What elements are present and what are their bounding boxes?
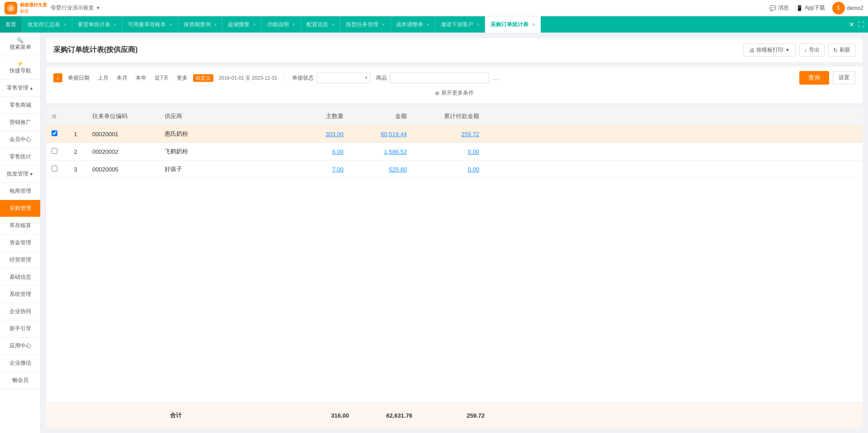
tab-pick-task[interactable]: 拣货任务管理 × — [340, 16, 391, 33]
filter-toggle-btn[interactable]: › — [53, 73, 62, 82]
row2-amount[interactable]: 1,586.52 — [349, 143, 412, 161]
sidebar-item-enterprise[interactable]: 企业协同 — [0, 303, 40, 320]
tab-func[interactable]: 功能说明 × — [262, 16, 301, 33]
table-row[interactable]: 2 00020002 飞鹤奶粉 6.00 1,586.52 0.00 — [46, 143, 863, 161]
sidebar-item-basic[interactable]: 基础信息 — [0, 269, 40, 286]
breadcrumb[interactable]: 母婴行业演示账套 ▼ — [51, 4, 100, 12]
sidebar-item-system[interactable]: 系统管理 — [0, 286, 40, 303]
tab-home[interactable]: 首页 — [0, 16, 22, 33]
settings-col-icon[interactable]: ⚙ — [52, 113, 57, 120]
tab-cost-adj-close[interactable]: × — [427, 22, 429, 27]
tab-expand-icon[interactable]: ⛶ — [858, 21, 864, 28]
sidebar-finance-label: 资金管理 — [0, 239, 40, 247]
query-button[interactable]: 查询 — [799, 71, 829, 85]
sidebar-item-ecommerce[interactable]: 电商管理 — [0, 183, 40, 200]
tab-expiry-close[interactable]: × — [214, 22, 217, 27]
table-row[interactable]: 3 00020005 好孩子 7.00 525.80 0.00 — [46, 161, 863, 178]
row3-amount[interactable]: 525.80 — [349, 161, 412, 178]
row3-qty[interactable]: 7.00 — [295, 161, 349, 178]
settings-button[interactable]: 设置 — [833, 71, 855, 84]
shortcut-icon: ⚡ — [0, 61, 40, 67]
goods-input[interactable] — [390, 72, 489, 83]
tab-overstock[interactable]: 超储预警 × — [222, 16, 262, 33]
sidebar-item-retail-stat[interactable]: 零售统计 — [0, 148, 40, 166]
date-btn-this-month[interactable]: 本月 — [114, 73, 130, 83]
date-btn-7days[interactable]: 近7天 — [152, 73, 171, 83]
sidebar-item-operation[interactable]: 经营管理 — [0, 252, 40, 269]
sidebar-item-retail[interactable]: 零售管理 ▲ — [0, 80, 40, 97]
th-supplier: 供应商 — [159, 108, 295, 125]
date-range: 2016-01-01 至 2023-12-31 — [219, 75, 278, 81]
row2-qty[interactable]: 6.00 — [295, 143, 349, 161]
sidebar-item-wholesale[interactable]: 批发管理 ▼ — [0, 166, 40, 183]
goods-more-icon[interactable]: … — [492, 74, 499, 82]
sidebar-item-corp-wechat[interactable]: 企业微信 — [0, 355, 40, 372]
tab-invite[interactable]: 邀请下游客户 × — [435, 16, 486, 33]
tab-pick-task-close[interactable]: × — [382, 22, 385, 27]
logo-text: 畅捷通好生意 标版 — [20, 2, 47, 14]
date-btn-more[interactable]: 更多 — [174, 73, 190, 83]
user-area[interactable]: E demo2 — [832, 2, 863, 14]
tab-invite-close[interactable]: × — [477, 22, 480, 27]
tab-config-close[interactable]: × — [332, 22, 335, 27]
tab-collection-label: 收发存汇总表 — [28, 21, 60, 29]
row2-check[interactable] — [46, 143, 64, 161]
tab-goods-stat-close[interactable]: × — [114, 22, 117, 27]
date-custom-tag[interactable]: 自定义 — [193, 74, 213, 82]
date-btn-this-year[interactable]: 本年 — [133, 73, 149, 83]
tab-overstock-close[interactable]: × — [253, 22, 256, 27]
table-area: ⚙ 往来单位编码 供应商 主数量 金额 累计付款金额 — [46, 108, 863, 428]
sidebar-item-retail-mall[interactable]: 零售商城 — [0, 97, 40, 114]
tab-expiry[interactable]: 保质期查询 × — [178, 16, 223, 33]
tab-goods-stat[interactable]: 要货单统计表 × — [72, 16, 123, 33]
message-btn[interactable]: 💬 消息 — [769, 4, 789, 12]
status-select[interactable] — [316, 72, 371, 83]
expand-more-btn[interactable]: ⊕ 展开更多条件 — [435, 89, 474, 97]
avatar: E — [832, 2, 845, 14]
table-row[interactable]: 1 00020001 惠氏奶粉 303.00 60,519.44 259.72 — [46, 125, 863, 143]
sidebar-item-marketing[interactable]: 营销推广 — [0, 114, 40, 131]
sidebar-item-newbie[interactable]: 新手引导 — [0, 320, 40, 338]
sidebar-item-search[interactable]: 🔍 搜索菜单 — [0, 33, 40, 56]
row3-check[interactable] — [46, 161, 64, 178]
page-title: 采购订单统计表(按供应商) — [53, 45, 138, 55]
tab-cost-adj[interactable]: 成本调整单 × — [391, 16, 435, 33]
sidebar-item-vip[interactable]: 畅会员 — [0, 372, 40, 389]
tab-purchase-stat[interactable]: 采购订单统计表 × — [485, 16, 541, 33]
row1-paid[interactable]: 259.72 — [412, 125, 485, 143]
row2-paid[interactable]: 0.00 — [412, 143, 485, 161]
refresh-button[interactable]: ↻ 刷新 — [828, 43, 855, 57]
sidebar-item-app-center[interactable]: 应用中心 — [0, 338, 40, 355]
page-header: 采购订单统计表(按供应商) 🖨 按模板打印 ▼ ↓ 导出 ↻ 刷新 — [46, 38, 863, 62]
app-download-btn[interactable]: 📱 App下载 — [796, 4, 825, 12]
row1-extra — [485, 125, 863, 143]
logo-area: 好 畅捷通好生意 标版 — [5, 2, 47, 14]
tab-config[interactable]: 配置信息 × — [301, 16, 340, 33]
tab-collection-close[interactable]: × — [64, 22, 66, 27]
row1-amount[interactable]: 60,519.44 — [349, 125, 412, 143]
row1-qty[interactable]: 303.00 — [295, 125, 349, 143]
row1-check[interactable] — [46, 125, 64, 143]
sidebar-wholesale-label: 批发管理 — [7, 170, 28, 178]
print-button[interactable]: 🖨 按模板打印 ▼ — [743, 43, 796, 57]
sidebar-item-finance[interactable]: 资金管理 — [0, 234, 40, 252]
tab-stock-book-label: 可用量库存账本 — [128, 21, 166, 29]
wholesale-arrow-icon: ▼ — [29, 172, 33, 176]
row2-code: 00020002 — [87, 143, 159, 161]
sidebar-item-shortcut[interactable]: ⚡ 快捷导航 — [0, 56, 40, 80]
date-separator: 至 — [245, 75, 252, 81]
tab-stock-book[interactable]: 可用量库存账本 × — [123, 16, 178, 33]
sidebar-item-inventory[interactable]: 库存核算 — [0, 217, 40, 234]
tab-func-close[interactable]: × — [292, 22, 295, 27]
sidebar-ecommerce-label: 电商管理 — [0, 187, 40, 195]
sidebar-item-member[interactable]: 会员中心 — [0, 131, 40, 148]
sidebar-corp-wechat-label: 企业微信 — [0, 359, 40, 367]
export-button[interactable]: ↓ 导出 — [799, 43, 825, 57]
tab-purchase-stat-close[interactable]: × — [532, 22, 535, 27]
date-btn-last-month[interactable]: 上月 — [95, 73, 111, 83]
tab-stock-book-close[interactable]: × — [170, 22, 172, 27]
sidebar-item-purchase[interactable]: 采购管理 — [0, 200, 40, 217]
tab-close-all-icon[interactable]: ✕ — [849, 21, 854, 28]
tab-collection[interactable]: 收发存汇总表 × — [22, 16, 72, 33]
row3-paid[interactable]: 0.00 — [412, 161, 485, 178]
